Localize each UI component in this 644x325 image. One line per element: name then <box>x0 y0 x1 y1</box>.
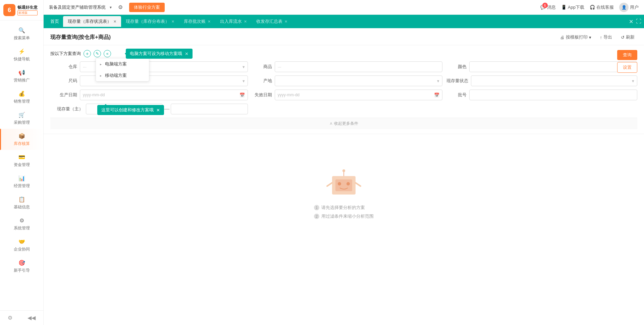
refresh-icon: ↺ <box>621 35 625 40</box>
size-label: 尺码 <box>57 78 77 84</box>
produce-date-input[interactable]: yyyy-mm-dd 📅 <box>80 90 248 100</box>
sidebar-item-guide[interactable]: 🎯 新手引导 <box>0 256 43 277</box>
sidebar-item-basic-info[interactable]: 📋 基础信息 <box>0 192 43 213</box>
tab-batch-account[interactable]: 库存批次账 ✕ <box>179 16 215 27</box>
sidebar-item-management[interactable]: 📊 经营管理 <box>0 171 43 192</box>
trial-button[interactable]: 体验行业方案 <box>129 3 165 12</box>
svg-line-7 <box>356 183 361 186</box>
tab-close-0[interactable]: ✕ <box>113 19 116 24</box>
tab-fullscreen-icon[interactable]: ⛶ <box>636 18 641 24</box>
tab-receive-send[interactable]: 收发存汇总表 ✕ <box>252 16 292 27</box>
size-dropdown-icon: ▾ <box>243 78 245 84</box>
scheme-tooltip: 电脑方案可设为移动方案哦 ✕ <box>126 49 193 59</box>
tabbar: 首页 现存量（库存状况表） ✕ 现存量（库存分布表） ✕ 库存批次账 ✕ 出入库… <box>44 15 644 28</box>
filter-add-button[interactable]: + <box>84 50 91 57</box>
scheme-item-mobile[interactable]: ▸ 移动端方案 <box>96 70 149 81</box>
export-icon: ↑ <box>600 35 602 40</box>
stock-amount-label: 现存量（主） <box>57 106 83 112</box>
user-area[interactable]: 👤 用户 <box>619 3 639 12</box>
message-btn[interactable]: 💬 6 消息 <box>540 4 556 10</box>
sidebar-item-finance[interactable]: 💳 资金管理 <box>0 150 43 171</box>
tab-inventory-dist[interactable]: 现存量（库存分布表） ✕ <box>121 16 179 27</box>
filter-stock-status-field: 现存量状态 ▾ <box>446 75 637 86</box>
origin-select[interactable]: ▾ <box>275 75 443 86</box>
topbar-settings-icon[interactable]: ⚙ <box>116 3 125 12</box>
collapse-bar[interactable]: ∧ 收起更多条件 <box>50 118 637 129</box>
system-dropdown-icon[interactable]: ▾ <box>110 5 112 10</box>
expire-date-label: 失效日期 <box>252 92 272 98</box>
sidebar-item-search-label: 搜索菜单 <box>14 35 30 41</box>
action-buttons: 查询 设置 <box>617 50 637 73</box>
color-select[interactable]: ▾ <box>469 61 637 72</box>
online-support-btn[interactable]: 🎧 在线客服 <box>590 4 614 10</box>
settings-button[interactable]: 设置 <box>617 62 637 73</box>
purchase-icon: 🛒 <box>18 111 25 118</box>
logo-area: 6 畅通好生意 标准版 <box>0 0 43 20</box>
svg-point-2 <box>338 182 341 185</box>
expire-date-input[interactable]: yyyy-mm-dd 📅 <box>275 90 443 100</box>
color-label: 颜色 <box>446 64 467 70</box>
tab-close-1[interactable]: ✕ <box>171 19 174 24</box>
warehouse-label: 仓库 <box>57 64 77 70</box>
sidebar-item-marketing[interactable]: 📢 营销推广 <box>0 65 43 87</box>
empty-state: 1 请先选择要分析的方案 2 用过滤条件来缩小分析范围 <box>44 134 644 246</box>
app-download-btn[interactable]: 📱 App下载 <box>561 4 584 10</box>
hint-num-2: 2 <box>314 214 319 219</box>
sidebar-item-system[interactable]: ⚙ 系统管理 <box>0 213 43 234</box>
hint-num-1: 1 <box>314 205 319 210</box>
svg-line-6 <box>327 183 332 186</box>
nav-icon: ⚡ <box>18 48 25 55</box>
sidebar-item-nav[interactable]: ⚡ 快捷导航 <box>0 44 43 65</box>
sidebar-menu: 🔍 搜索菜单 ⚡ 快捷导航 📢 营销推广 💰 销售管理 🛒 采购管理 📦 库存核… <box>0 20 43 310</box>
system-icon: ⚙ <box>18 217 25 224</box>
goods-select[interactable]: ··· <box>275 61 443 72</box>
sidebar-item-management-label: 经营管理 <box>14 183 30 189</box>
tab-close-3[interactable]: ✕ <box>244 19 247 24</box>
settings-bottom-icon[interactable]: ⚙ <box>8 315 12 321</box>
tab-home[interactable]: 首页 <box>46 16 63 27</box>
sidebar-item-sales[interactable]: 💰 销售管理 <box>0 87 43 108</box>
tab-close-2[interactable]: ✕ <box>208 19 211 24</box>
tab-inout-flow[interactable]: 出入库流水 ✕ <box>215 16 252 27</box>
stock-status-select[interactable]: ▾ <box>471 75 637 86</box>
export-btn[interactable]: ↑ 导出 <box>597 33 615 42</box>
filter-edit-button[interactable]: ✎ <box>94 50 101 57</box>
sidebar-item-inventory[interactable]: 📦 库存核算 <box>0 129 43 150</box>
scheme-tooltip-close[interactable]: ✕ <box>185 51 189 56</box>
tab-close-4[interactable]: ✕ <box>284 19 287 24</box>
scheme-item-desktop[interactable]: ▸ 电脑端方案 <box>96 58 149 70</box>
tab-close-all-icon[interactable]: ✕ <box>629 18 633 25</box>
batch-input[interactable] <box>469 90 637 100</box>
goods-label: 商品 <box>252 64 272 70</box>
warehouse-dropdown-icon: ▾ <box>243 64 245 69</box>
marketing-icon: 📢 <box>18 69 25 76</box>
filter-back-button[interactable]: « <box>104 50 111 57</box>
management-icon: 📊 <box>18 174 25 182</box>
sidebar-item-purchase[interactable]: 🛒 采购管理 <box>0 108 43 129</box>
tab-inventory-status[interactable]: 现存量（库存状况表） ✕ <box>63 16 121 27</box>
sidebar-item-marketing-label: 营销推广 <box>14 77 30 83</box>
inventory-icon: 📦 <box>18 132 25 140</box>
query-button[interactable]: 查询 <box>617 50 637 60</box>
filter-produce-date-field: 生产日期 yyyy-mm-dd 📅 <box>57 90 248 100</box>
filter-batch-field: 批号 <box>446 90 637 100</box>
sidebar-item-system-label: 系统管理 <box>14 225 30 231</box>
empty-svg <box>324 161 364 201</box>
sidebar-item-search[interactable]: 🔍 搜索菜单 <box>0 23 43 44</box>
headset-icon: 🎧 <box>590 5 595 10</box>
edit-tooltip-close[interactable]: ✕ <box>156 108 160 113</box>
message-label: 消息 <box>547 4 556 10</box>
finance-icon: 💳 <box>18 153 25 161</box>
sidebar-item-enterprise[interactable]: 🤝 企业协同 <box>0 234 43 256</box>
empty-hints: 1 请先选择要分析的方案 2 用过滤条件来缩小分析范围 <box>314 205 374 219</box>
filter-origin-field: 产地 ▾ <box>252 75 443 86</box>
collapse-sidebar-icon[interactable]: ◀◀ <box>28 315 36 321</box>
refresh-btn[interactable]: ↺ 刷新 <box>618 33 637 42</box>
print-btn[interactable]: 🖨 按模板打印 ▾ <box>557 33 594 42</box>
sidebar-item-inventory-label: 库存核算 <box>14 141 30 147</box>
filter-row-3: 生产日期 yyyy-mm-dd 📅 失效日期 yyyy-mm-dd 📅 <box>57 90 637 100</box>
svg-point-3 <box>346 182 350 185</box>
print-icon: 🖨 <box>560 35 565 40</box>
stock-amount-max-input[interactable] <box>171 104 248 114</box>
tabbar-right: ✕ ⛶ <box>629 18 641 25</box>
